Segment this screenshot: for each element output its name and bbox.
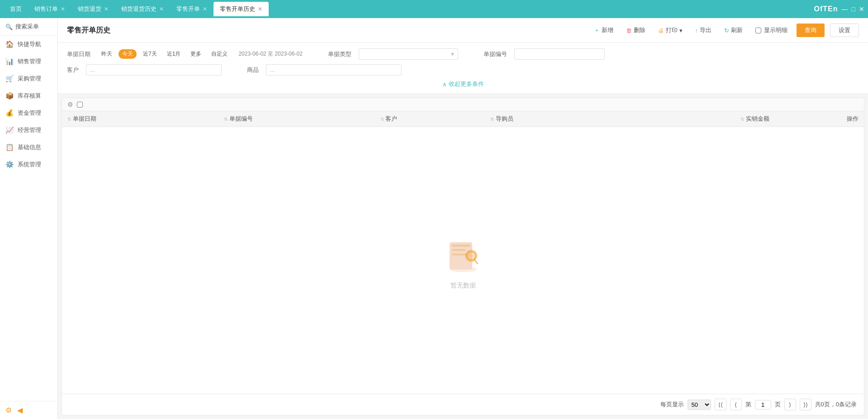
pagination: 每页显示 50 20 100 200 ⟨⟨ ⟨ 第 1 页 ⟩ ⟩⟩ 共0页，0…: [62, 394, 864, 415]
sidebar-item-purchase-mgmt[interactable]: 🛒 采购管理: [0, 70, 57, 87]
sales-icon: 📊: [5, 57, 14, 66]
tab-home[interactable]: 首页: [4, 2, 28, 16]
tab-retail-open[interactable]: 零售开单 ✕: [170, 2, 213, 16]
setting-button[interactable]: 设置: [830, 24, 859, 37]
doc-no-input[interactable]: [514, 48, 605, 60]
tab-sales-order-label: 销售订单: [34, 5, 58, 13]
col-amount: ⇅ 实销金额: [618, 111, 775, 127]
table-header: ⇅ 单据日期 ⇅ 单据编号 ⇅ 客户 ⇅ 导购员: [62, 111, 864, 127]
sidebar-item-finance[interactable]: 💰 资金管理: [0, 104, 57, 122]
date-filter-buttons: 昨天 今天 近7天 近1月 更多 自定义: [98, 49, 231, 59]
col-guide: ⇅ 导购员: [485, 111, 618, 127]
sidebar-item-sys-mgmt[interactable]: ⚙️ 系统管理: [0, 156, 57, 173]
page-next-btn[interactable]: ⟩: [784, 399, 796, 410]
tab-home-label: 首页: [10, 5, 22, 13]
sidebar-search-label: 搜索采单: [15, 23, 39, 31]
sidebar-item-inventory-label: 库存核算: [18, 92, 41, 100]
per-page-label: 每页显示: [660, 400, 684, 409]
collapse-label: 收起更多条件: [449, 80, 484, 88]
refresh-button[interactable]: ↻ 刷新: [721, 24, 746, 36]
tab-sales-order[interactable]: 销售订单 ✕: [28, 2, 71, 16]
per-page-select[interactable]: 50 20 100 200: [688, 400, 711, 410]
customer-select[interactable]: ...: [86, 64, 222, 75]
total-text: 共0页，0条记录: [815, 400, 857, 409]
tab-bar: 首页 销售订单 ✕ 销货退货 ✕ 销货退货历史 ✕ 零售开单 ✕ 零售开单历史 …: [0, 0, 868, 18]
sidebar-item-inventory[interactable]: 📦 库存核算: [0, 87, 57, 104]
print-label: 打印: [666, 26, 678, 34]
sort-icon-amount[interactable]: ⇅: [740, 117, 744, 122]
date-btn-yesterday[interactable]: 昨天: [98, 49, 116, 59]
doc-type-dropdown-icon: ▾: [451, 51, 454, 57]
tab-retail-open-close[interactable]: ✕: [203, 6, 207, 12]
sidebar-item-quick-nav[interactable]: 🏠 快捷导航: [0, 36, 57, 53]
date-btn-more[interactable]: 更多: [187, 49, 205, 59]
sidebar-item-sys-mgmt-label: 系统管理: [18, 160, 41, 169]
delete-button[interactable]: 🗑 删除: [622, 24, 649, 36]
svg-rect-3: [452, 249, 465, 251]
sort-icon-guide[interactable]: ⇅: [490, 117, 494, 122]
sort-icon[interactable]: ⇅: [67, 117, 71, 122]
doc-type-select[interactable]: ▾: [359, 48, 458, 60]
export-button[interactable]: ↑ 导出: [692, 24, 716, 36]
select-all-checkbox[interactable]: [77, 102, 83, 108]
collapse-arrow-icon: ∧: [442, 81, 447, 88]
window-close[interactable]: ✕: [859, 5, 864, 13]
product-dots: ...: [270, 66, 398, 73]
col-date: ⇅ 单据日期: [62, 111, 218, 127]
delete-icon: 🗑: [626, 27, 632, 34]
product-select[interactable]: ...: [266, 64, 402, 75]
tab-retail-open-history[interactable]: 零售开单历史 ✕: [213, 2, 269, 16]
sort-icon-customer[interactable]: ⇅: [380, 117, 384, 122]
filter-row-1: 单据日期 昨天 今天 近7天 近1月 更多 自定义 2023-06-02 至 2…: [67, 48, 859, 60]
display-detail-button[interactable]: 显示明细: [752, 24, 791, 36]
print-button[interactable]: 🖨 打印 ▾: [655, 24, 686, 36]
main-layout: 🔍 搜索采单 🏠 快捷导航 📊 销售管理 🛒 采购管理 📦 库存核算 💰 资金管…: [0, 18, 868, 419]
home-icon: 🏠: [5, 40, 14, 48]
doc-type-label: 单据类型: [328, 50, 351, 58]
date-btn-custom[interactable]: 自定义: [208, 49, 231, 59]
export-label: 导出: [700, 26, 711, 34]
sidebar-item-quick-nav-label: 快捷导航: [18, 40, 41, 48]
tab-sales-return-close[interactable]: ✕: [104, 6, 109, 12]
page-last-btn[interactable]: ⟩⟩: [800, 399, 811, 410]
query-button[interactable]: 查询: [797, 24, 825, 37]
tab-retail-open-history-close[interactable]: ✕: [258, 6, 262, 12]
sort-icon-no[interactable]: ⇅: [224, 117, 228, 122]
date-btn-last1m[interactable]: 近1月: [163, 49, 185, 59]
date-btn-today[interactable]: 今天: [119, 49, 137, 59]
collapse-button[interactable]: ∧ 收起更多条件: [67, 80, 859, 88]
sidebar-search[interactable]: 🔍 搜索采单: [0, 18, 57, 36]
tab-sales-return-history-close[interactable]: ✕: [159, 6, 164, 12]
sys-icon: ⚙️: [5, 160, 14, 169]
add-button[interactable]: ＋ 新增: [590, 24, 617, 36]
tab-sales-return-history[interactable]: 销货退货历史 ✕: [115, 2, 170, 16]
print-dropdown-icon: ▾: [679, 27, 683, 34]
window-minimize[interactable]: —: [842, 5, 848, 13]
purchase-icon: 🛒: [5, 75, 14, 83]
col-action: 操作: [775, 111, 864, 127]
date-btn-last7[interactable]: 近7天: [139, 49, 161, 59]
settings-gear-icon[interactable]: ⚙: [5, 406, 12, 414]
toolbar: ＋ 新增 🗑 删除 🖨 打印 ▾ ↑ 导出 ↻ 刷新: [590, 24, 859, 42]
date-label: 单据日期: [67, 50, 90, 58]
sidebar-item-finance-label: 资金管理: [18, 109, 41, 117]
page-first-btn[interactable]: ⟨⟨: [715, 399, 726, 410]
tab-sales-order-close[interactable]: ✕: [61, 6, 65, 12]
sidebar-collapse-icon[interactable]: ◀: [17, 406, 23, 414]
table-settings-icon[interactable]: ⚙: [67, 101, 73, 108]
tab-sales-return[interactable]: 销货退货 ✕: [71, 2, 115, 16]
sidebar-item-sales-mgmt[interactable]: 📊 销售管理: [0, 53, 57, 70]
page-prev-btn[interactable]: ⟨: [730, 399, 742, 410]
sidebar-item-ops-mgmt[interactable]: 📈 经营管理: [0, 122, 57, 139]
sidebar-item-purchase-mgmt-label: 采购管理: [18, 75, 41, 83]
display-detail-label: 显示明细: [764, 26, 787, 34]
page-header: 零售开单历史 ＋ 新增 🗑 删除 🖨 打印 ▾ ↑ 导出: [58, 18, 868, 43]
finance-icon: 💰: [5, 109, 14, 117]
display-detail-checkbox[interactable]: [755, 28, 761, 33]
sidebar-item-basic-info[interactable]: 📋 基础信息: [0, 139, 57, 156]
search-icon: 🔍: [5, 24, 13, 30]
add-label: 新增: [602, 26, 613, 34]
page-number-input[interactable]: 1: [755, 400, 771, 410]
refresh-label: 刷新: [731, 26, 743, 34]
window-maximize[interactable]: □: [852, 5, 855, 13]
